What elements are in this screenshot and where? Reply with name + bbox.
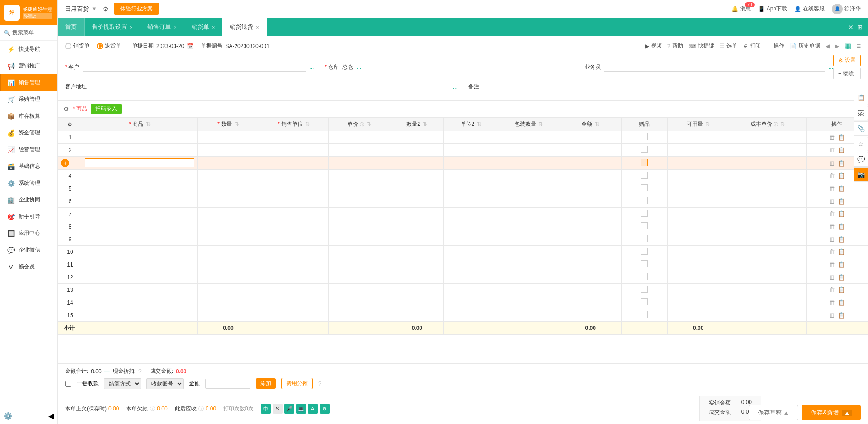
delete-row-icon[interactable]: 🗑	[829, 286, 835, 293]
copy-row-icon[interactable]: 📋	[838, 223, 845, 230]
tool-mic-icon[interactable]: 🎤	[284, 404, 294, 414]
account-select[interactable]: 收款账号	[146, 378, 184, 389]
gift-cell[interactable]	[621, 131, 667, 144]
delete-row-icon[interactable]: 🗑	[829, 185, 835, 192]
topbar-gear-icon[interactable]: ⚙	[103, 5, 108, 13]
select-btn[interactable]: ☰ 选单	[720, 42, 737, 50]
user-menu[interactable]: 👤 徐泽华	[832, 4, 861, 14]
address-input[interactable]	[90, 82, 449, 91]
save-new-btn[interactable]: 保存&新增 ▲	[802, 405, 861, 420]
receivable-help[interactable]: ⓘ	[198, 405, 204, 413]
delete-row-icon[interactable]: 🗑	[829, 198, 835, 205]
customer-input[interactable]	[83, 62, 306, 72]
available-cell-active[interactable]	[668, 157, 729, 170]
settlement-select[interactable]: 结算方式	[104, 378, 141, 389]
maximize-icon[interactable]: ⊞	[857, 24, 863, 31]
amount-cell-active[interactable]	[560, 157, 621, 170]
product-cell[interactable]	[82, 144, 198, 157]
col-sort-icon[interactable]: ⇅	[423, 121, 427, 127]
sidebar-item-finance[interactable]: 💰 资金管理	[0, 124, 57, 141]
payment-amount-input[interactable]	[205, 379, 250, 389]
add-row-btn[interactable]: +	[61, 159, 69, 167]
shortcut-btn[interactable]: ⌨ 快捷键	[689, 42, 714, 50]
collapse-icon[interactable]: ◀	[48, 412, 54, 420]
tool-f-icon[interactable]: S	[273, 404, 283, 414]
sidebar-item-wechat[interactable]: 💬 企业微信	[0, 242, 57, 258]
fee-help-icon[interactable]: ?	[318, 381, 321, 387]
data-table-container[interactable]: ⚙ * 商品 ⇅ * 数量 ⇅ * 销售单位 ⇅	[58, 117, 868, 363]
copy-row-icon[interactable]: 📋	[838, 299, 845, 306]
delete-row-icon[interactable]: 🗑	[829, 160, 835, 167]
tool-pc-icon[interactable]: 💻	[296, 404, 306, 414]
salesperson-input[interactable]	[604, 62, 825, 72]
tab-sales-delivery[interactable]: 销货单 ×	[184, 18, 222, 36]
print-btn[interactable]: 🖨 打印	[743, 42, 761, 50]
unit-price-cell-active[interactable]	[328, 157, 390, 170]
experience-btn[interactable]: 体验行业方案	[114, 3, 159, 15]
radio-return[interactable]: 退货单	[97, 42, 121, 50]
tab-close-icon[interactable]: ×	[130, 24, 132, 30]
unit2-cell[interactable]	[444, 144, 498, 157]
delete-row-icon[interactable]: 🗑	[829, 210, 835, 217]
sidebar-item-member[interactable]: V 畅会员	[0, 258, 57, 275]
delete-row-icon[interactable]: 🗑	[829, 172, 835, 179]
pack-qty-cell-active[interactable]	[498, 157, 560, 170]
tab-home[interactable]: 首页	[58, 18, 85, 36]
delete-row-icon[interactable]: 🗑	[829, 134, 835, 141]
tab-sales-order[interactable]: 销售订单 ×	[140, 18, 184, 36]
delete-row-icon[interactable]: 🗑	[829, 223, 835, 230]
right-star-icon[interactable]: ☆	[854, 137, 868, 151]
quantity-cell-active[interactable]	[198, 157, 259, 170]
right-note-icon[interactable]: 📋	[854, 91, 868, 105]
installment-help[interactable]: ⓘ	[150, 405, 155, 413]
copy-row-icon[interactable]: 📋	[838, 236, 845, 243]
copy-row-icon[interactable]: 📋	[838, 286, 845, 293]
tool-zh-icon[interactable]: 中	[261, 404, 271, 414]
sidebar-item-basic[interactable]: 🗃️ 基础信息	[0, 158, 57, 175]
calendar-icon[interactable]: 📅	[187, 43, 193, 49]
col-sort-icon[interactable]: ⇅	[367, 121, 371, 127]
prev-record-icon[interactable]: ◀	[826, 43, 830, 49]
radio-delivery[interactable]: 销货单	[65, 42, 90, 50]
cost-price-cell[interactable]	[729, 144, 806, 157]
add-payment-btn[interactable]: 添加	[256, 378, 276, 389]
industry-selector[interactable]: 日用百货 ▼	[65, 5, 97, 13]
note-input[interactable]	[483, 82, 861, 91]
logistics-btn[interactable]: + 物流	[833, 68, 861, 79]
next-record-icon[interactable]: ▶	[835, 43, 839, 49]
copy-row-icon[interactable]: 📋	[838, 312, 845, 319]
amount-cell[interactable]	[560, 131, 621, 144]
sales-unit-cell-active[interactable]	[259, 157, 328, 170]
copy-row-icon[interactable]: 📋	[838, 261, 845, 268]
sales-unit-cell[interactable]	[259, 144, 328, 157]
copy-row-icon[interactable]: 📋	[838, 210, 845, 217]
delete-row-icon[interactable]: 🗑	[829, 236, 835, 243]
grid-view-icon[interactable]: ▦	[844, 42, 851, 50]
available-cell[interactable]	[668, 144, 729, 157]
col-sort-icon[interactable]: ⇅	[305, 121, 310, 127]
product-cell[interactable]	[82, 131, 198, 144]
fee-split-btn[interactable]: 费用分摊	[281, 378, 313, 389]
app-download-btn[interactable]: 📱 App下载	[758, 5, 787, 13]
sidebar-item-purchase[interactable]: 🛒 采购管理	[0, 91, 57, 108]
pack-qty-cell[interactable]	[498, 131, 560, 144]
unit2-cell-active[interactable]	[444, 157, 498, 170]
discount-help-icon[interactable]: ?	[138, 368, 142, 375]
dropdown-arrow-white[interactable]: ▲	[842, 410, 852, 416]
quantity-cell[interactable]	[198, 131, 259, 144]
sidebar-item-marketing[interactable]: 📢 营销推广	[0, 57, 57, 74]
history-btn[interactable]: 📄 历史单据	[790, 42, 820, 50]
tab-sales-return[interactable]: 销货退货 ×	[222, 18, 266, 36]
quantity2-cell-active[interactable]	[390, 157, 444, 170]
unit2-cell[interactable]	[444, 131, 498, 144]
add-row-cell[interactable]: +	[58, 157, 82, 170]
delete-row-icon[interactable]: 🗑	[829, 312, 835, 319]
col-sort-icon[interactable]: ⇅	[705, 121, 710, 127]
col-sort-icon[interactable]: ⇅	[235, 121, 239, 127]
sidebar-item-shortcut[interactable]: ⚡ 快捷导航	[0, 41, 57, 57]
copy-row-icon[interactable]: 📋	[838, 147, 845, 153]
right-attachment-icon[interactable]: 📎	[854, 121, 868, 136]
sidebar-item-operations[interactable]: 📈 经营管理	[0, 141, 57, 158]
tab-close-icon[interactable]: ×	[174, 24, 176, 30]
right-message-icon[interactable]: 💬	[854, 152, 868, 167]
